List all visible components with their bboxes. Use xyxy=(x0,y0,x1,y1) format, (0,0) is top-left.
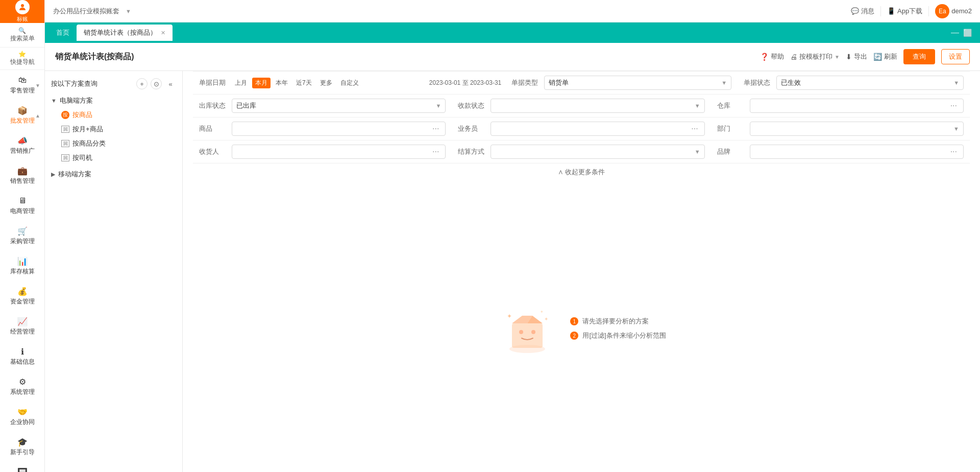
scheme-item-by-product[interactable]: 按 按商品 xyxy=(45,108,182,122)
date-btn-more[interactable]: 更多 xyxy=(317,78,335,88)
query-button[interactable]: 查询 xyxy=(903,49,935,64)
sidebar-item-apps[interactable]: 🔲 应用中心 xyxy=(0,462,44,472)
page-title: 销货单统计表(按商品) xyxy=(55,52,134,68)
salesperson-input[interactable]: ··· xyxy=(491,122,704,136)
tab-sales-stat[interactable]: 销货单统计表（按商品） ✕ xyxy=(77,25,173,41)
export-button[interactable]: ⬇ 导出 xyxy=(846,52,867,61)
filter-row-2: 出库状态 已出库 ▼ 收款状态 ▼ xyxy=(193,94,970,117)
minimize-icon[interactable]: — xyxy=(951,28,959,37)
collapse-scheme-button[interactable]: « xyxy=(165,78,176,89)
empty-text-list: 1 请先选择要分析的方案 2 用[过滤]条件来缩小分析范围 xyxy=(570,317,666,340)
collapse-filter-button[interactable]: ∧ 收起更多条件 xyxy=(193,163,970,181)
quick-nav[interactable]: ⭐ 快捷导航 xyxy=(0,48,44,70)
bill-type-select[interactable]: 销货单 ▼ xyxy=(544,76,731,90)
outstock-select[interactable]: 已出库 ▼ xyxy=(232,99,446,113)
select-arrow-icon: ▼ xyxy=(721,80,727,86)
salesperson-dots-icon[interactable]: ··· xyxy=(689,124,700,133)
dots-icon[interactable]: ··· xyxy=(948,101,959,110)
group-expand-icon: ▼ xyxy=(51,98,57,104)
sidebar-item-basic[interactable]: ℹ 基础信息 xyxy=(0,341,44,371)
app-download-button[interactable]: 📱 App下载 xyxy=(887,7,922,16)
help-button[interactable]: ❓ 帮助 xyxy=(760,52,784,61)
sidebar-item-corp[interactable]: 🤝 企业协同 xyxy=(0,402,44,432)
add-scheme-button[interactable]: + xyxy=(136,78,148,89)
sidebar: 标账 🔍 搜索菜单 ⭐ 快捷导航 🛍 零售管理 ▼ 📦 批发管理 ▲ 📣 营销推… xyxy=(0,0,45,472)
sidebar-item-ecommerce[interactable]: 🖥 电商管理 xyxy=(0,191,44,221)
maximize-icon[interactable]: ⬜ xyxy=(963,29,972,37)
filter-cell-warehouse: 仓库 ··· xyxy=(711,99,970,113)
scheme-item-by-month-product[interactable]: 回 按月+商品 xyxy=(45,122,182,136)
date-btn-this-year[interactable]: 本年 xyxy=(273,78,291,88)
marketing-icon: 📣 xyxy=(17,135,28,146)
svg-text:✦: ✦ xyxy=(544,316,548,322)
brand-dots-icon[interactable]: ··· xyxy=(948,147,959,156)
payment-arrow-icon: ▼ xyxy=(695,103,700,109)
receiver-dots-icon[interactable]: ··· xyxy=(430,147,441,156)
payment-method-select[interactable]: ▼ xyxy=(491,145,704,159)
sidebar-item-finance[interactable]: 💰 资金管理 xyxy=(0,281,44,311)
scheme-item-by-driver[interactable]: 回 按司机 xyxy=(45,151,182,165)
logo-icon xyxy=(15,0,30,14)
svg-point-0 xyxy=(21,4,24,7)
retail-icon: 🛍 xyxy=(17,75,28,85)
filters-and-content: 单据日期 上月 本月 本年 近7天 更多 自定义 xyxy=(183,71,980,472)
sidebar-item-retail[interactable]: 🛍 零售管理 ▼ xyxy=(0,70,44,100)
filter-cell-payment: 收款状态 ▼ xyxy=(452,99,710,113)
dept-arrow-icon: ▼ xyxy=(953,126,959,132)
search-menu[interactable]: 🔍 搜索菜单 xyxy=(0,23,44,48)
sidebar-item-purchase[interactable]: 🛒 采购管理 xyxy=(0,221,44,251)
date-btn-7days[interactable]: 近7天 xyxy=(293,78,315,88)
dept-select[interactable]: ▼ xyxy=(750,122,964,136)
tabbar: 首页 销货单统计表（按商品） ✕ — ⬜ xyxy=(45,22,980,43)
date-btn-last-month[interactable]: 上月 xyxy=(232,78,250,88)
group-collapsed-icon: ▶ xyxy=(51,171,55,178)
sidebar-item-sales[interactable]: 💼 销售管理 xyxy=(0,160,44,191)
date-btn-custom[interactable]: 自定义 xyxy=(337,78,362,88)
receiver-input[interactable]: ··· xyxy=(232,145,446,159)
bill-status-select[interactable]: 已生效 ▼ xyxy=(776,76,964,90)
print-arrow-icon: ▼ xyxy=(835,54,840,60)
message-icon: 💬 xyxy=(851,7,859,15)
filter-cell-outstock: 出库状态 已出库 ▼ xyxy=(193,99,452,113)
product-input[interactable]: ··· xyxy=(232,122,446,136)
inventory-icon: 📊 xyxy=(17,256,28,266)
sidebar-item-newbie[interactable]: 🎓 新手引导 xyxy=(0,432,44,462)
tab-home[interactable]: 首页 xyxy=(49,25,77,41)
filter-cell-salesperson: 业务员 ··· xyxy=(452,122,710,136)
filter-row-3: 商品 ··· 业务员 ··· 部门 xyxy=(193,117,970,140)
help-icon: ❓ xyxy=(760,53,769,61)
warehouse-input[interactable]: ··· xyxy=(750,99,964,113)
scheme-group-header-mobile[interactable]: ▶ 移动端方案 xyxy=(45,167,182,181)
payment-status-select[interactable]: ▼ xyxy=(491,99,704,113)
message-button[interactable]: 💬 消息 xyxy=(851,7,874,16)
sidebar-item-inventory[interactable]: 📊 库存核算 xyxy=(0,251,44,281)
outstock-arrow-icon: ▼ xyxy=(435,103,441,109)
date-btn-this-month[interactable]: 本月 xyxy=(252,78,271,88)
product-dots-icon[interactable]: ··· xyxy=(430,124,441,133)
edit-scheme-button[interactable]: ⊙ xyxy=(151,78,162,89)
empty-state: ✦ ✦ ✦ 1 请先选择要分析的方案 2 用[过滤]条件来缩小分析范围 xyxy=(183,185,980,472)
sidebar-item-system[interactable]: ⚙ 系统管理 xyxy=(0,371,44,402)
settings-button[interactable]: 设置 xyxy=(941,49,970,64)
sidebar-item-marketing[interactable]: 📣 营销推广 xyxy=(0,130,44,160)
scheme-group-mobile: ▶ 移动端方案 xyxy=(45,167,182,181)
apps-icon: 🔲 xyxy=(17,467,28,472)
template-print-button[interactable]: 🖨 按模板打印 ▼ xyxy=(790,52,840,61)
user-menu[interactable]: Ea demo2 xyxy=(935,4,972,18)
scheme-item-by-cat[interactable]: 回 按商品分类 xyxy=(45,136,182,151)
page-header: 销货单统计表(按商品) ❓ 帮助 🖨 按模板打印 ▼ ⬇ 导出 🔄 刷新 xyxy=(45,43,980,71)
date-shortcuts: 上月 本月 本年 近7天 更多 自定义 xyxy=(232,78,362,88)
sidebar-item-operation[interactable]: 📈 经营管理 xyxy=(0,311,44,341)
sales-icon: 💼 xyxy=(17,166,28,176)
sidebar-item-wholesale[interactable]: 📦 批发管理 ▲ xyxy=(0,100,44,130)
page-content: 销货单统计表(按商品) ❓ 帮助 🖨 按模板打印 ▼ ⬇ 导出 🔄 刷新 xyxy=(45,43,980,472)
tab-close-icon[interactable]: ✕ xyxy=(161,30,165,36)
svg-text:✦: ✦ xyxy=(507,313,512,320)
brand-input[interactable]: ··· xyxy=(750,145,964,159)
chevron-up-icon: ▲ xyxy=(35,112,40,118)
select-arrow-icon2: ▼ xyxy=(953,80,959,86)
svg-point-4 xyxy=(531,330,535,334)
main-area: 办公用品行业模拟账套 ▼ 💬 消息 📱 App下载 Ea demo2 首页 销货… xyxy=(45,0,980,472)
scheme-group-header-desktop[interactable]: ▼ 电脑端方案 xyxy=(45,93,182,108)
refresh-button[interactable]: 🔄 刷新 xyxy=(873,52,897,61)
